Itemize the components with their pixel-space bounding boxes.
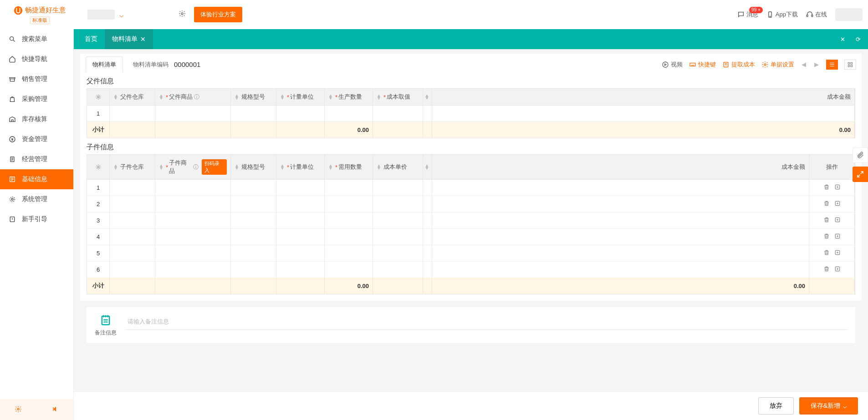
row-settings-header[interactable] xyxy=(87,89,110,105)
delete-row-icon[interactable] xyxy=(823,266,830,273)
th-parent-spec[interactable]: ▲▼规格型号 xyxy=(231,89,276,105)
th-child-goods[interactable]: ▲▼*子件商品ⓘ扫码录入 xyxy=(155,155,231,179)
toolbar-doc-settings[interactable]: 单据设置 xyxy=(761,61,794,69)
cell-child-price[interactable] xyxy=(373,262,423,278)
cell-child-warehouse[interactable] xyxy=(110,229,155,245)
cell-child-amount[interactable] xyxy=(432,262,809,278)
discard-button[interactable]: 放弃 xyxy=(758,397,794,415)
th-child-empty[interactable]: ▲▼ xyxy=(423,155,432,179)
view-list-button[interactable] xyxy=(826,60,838,70)
th-parent-empty[interactable]: ▲▼ xyxy=(423,89,432,105)
th-child-spec[interactable]: ▲▼规格型号 xyxy=(231,155,276,179)
footer-collapse-icon[interactable] xyxy=(51,405,59,414)
cell-child-qty[interactable] xyxy=(325,245,373,261)
cell-parent-goods[interactable] xyxy=(155,106,231,121)
cell-child-amount[interactable] xyxy=(432,180,809,196)
trial-button[interactable]: 体验行业方案 xyxy=(194,7,242,22)
cell-child-goods[interactable] xyxy=(155,213,231,228)
org-settings-icon[interactable] xyxy=(179,10,186,19)
cell-child-amount[interactable] xyxy=(432,245,809,261)
cell-child-unit[interactable] xyxy=(276,213,325,228)
delete-row-icon[interactable] xyxy=(823,233,830,241)
user-avatar[interactable] xyxy=(835,8,863,21)
org-selector[interactable]: ⌵ xyxy=(87,10,179,20)
add-row-icon[interactable] xyxy=(834,200,841,208)
sidebar-item-guide[interactable]: 新手引导 xyxy=(0,209,73,229)
view-grid-button[interactable] xyxy=(844,60,856,70)
add-row-icon[interactable] xyxy=(834,184,841,192)
cell-child-spec[interactable] xyxy=(231,245,276,261)
scan-badge[interactable]: 扫码录入 xyxy=(202,159,227,175)
add-row-icon[interactable] xyxy=(834,217,841,224)
cell-child-warehouse[interactable] xyxy=(110,213,155,228)
tabbar-close-all-icon[interactable]: ✕ xyxy=(836,33,849,46)
sidebar-item-system[interactable]: 系统管理 xyxy=(0,189,73,209)
th-child-warehouse[interactable]: ▲▼子件仓库 xyxy=(110,155,155,179)
child-row[interactable]: 1 xyxy=(87,180,855,196)
delete-row-icon[interactable] xyxy=(823,249,830,257)
toolbar-video[interactable]: 视频 xyxy=(662,61,683,69)
th-child-price[interactable]: ▲▼成本单价 xyxy=(373,155,423,179)
add-row-icon[interactable] xyxy=(834,249,841,257)
child-row[interactable]: 6 xyxy=(87,262,855,278)
help-icon[interactable]: ⓘ xyxy=(194,93,199,101)
sidebar-item-purchase[interactable]: 采购管理 xyxy=(0,89,73,109)
cell-child-qty[interactable] xyxy=(325,229,373,245)
cell-child-goods[interactable] xyxy=(155,245,231,261)
cell-parent-qty[interactable] xyxy=(325,106,373,121)
cell-child-unit[interactable] xyxy=(276,262,325,278)
cell-child-warehouse[interactable] xyxy=(110,245,155,261)
cell-parent-warehouse[interactable] xyxy=(110,106,155,121)
cell-child-goods[interactable] xyxy=(155,180,231,196)
cell-child-warehouse[interactable] xyxy=(110,262,155,278)
child-row[interactable]: 4 xyxy=(87,229,855,245)
sidebar-item-inventory[interactable]: 库存核算 xyxy=(0,109,73,129)
close-icon[interactable]: ✕ xyxy=(140,35,146,43)
add-row-icon[interactable] xyxy=(834,266,841,273)
cell-child-spec[interactable] xyxy=(231,229,276,245)
cell-parent-cost[interactable] xyxy=(373,106,423,121)
sidebar-item-quicknav[interactable]: 快捷导航 xyxy=(0,49,73,69)
cell-child-unit[interactable] xyxy=(276,229,325,245)
cell-child-amount[interactable] xyxy=(432,213,809,228)
cell-child-unit[interactable] xyxy=(276,180,325,196)
cell-child-price[interactable] xyxy=(373,196,423,212)
cell-child-qty[interactable] xyxy=(325,180,373,196)
cell-child-unit[interactable] xyxy=(276,196,325,212)
float-expand-icon[interactable] xyxy=(853,167,868,182)
cell-child-price[interactable] xyxy=(373,213,423,228)
cell-parent-spec[interactable] xyxy=(231,106,276,121)
cell-child-qty[interactable] xyxy=(325,196,373,212)
th-child-unit[interactable]: ▲▼*计量单位 xyxy=(276,155,325,179)
cell-child-price[interactable] xyxy=(373,245,423,261)
cell-child-goods[interactable] xyxy=(155,262,231,278)
float-attach-icon[interactable] xyxy=(853,147,868,163)
cell-child-qty[interactable] xyxy=(325,262,373,278)
save-new-button[interactable]: 保存&新增 ⌵ xyxy=(799,397,858,415)
toolbar-shortcut[interactable]: 快捷键 xyxy=(689,61,716,69)
cell-child-price[interactable] xyxy=(373,180,423,196)
help-icon[interactable]: ⓘ xyxy=(193,163,199,171)
th-parent-unit[interactable]: ▲▼*计量单位 xyxy=(276,89,325,105)
delete-row-icon[interactable] xyxy=(823,184,830,192)
cell-child-qty[interactable] xyxy=(325,213,373,228)
tab-bom[interactable]: 物料清单 ✕ xyxy=(105,29,153,49)
toolbar-extract-cost[interactable]: 提取成本 xyxy=(722,61,755,69)
th-parent-warehouse[interactable]: ▲▼父件仓库 xyxy=(110,89,155,105)
cell-child-warehouse[interactable] xyxy=(110,196,155,212)
mini-tab-bom[interactable]: 物料清单 xyxy=(86,56,123,72)
cell-child-spec[interactable] xyxy=(231,180,276,196)
tabbar-refresh-icon[interactable]: ⟳ xyxy=(852,33,864,46)
cell-child-spec[interactable] xyxy=(231,213,276,228)
download-link[interactable]: App下载 xyxy=(766,10,798,19)
cell-parent-amount[interactable] xyxy=(432,106,855,121)
cell-child-amount[interactable] xyxy=(432,229,809,245)
delete-row-icon[interactable] xyxy=(823,217,830,224)
cell-child-goods[interactable] xyxy=(155,196,231,212)
online-link[interactable]: 在线 xyxy=(806,10,827,19)
child-row[interactable]: 5 xyxy=(87,245,855,262)
messages-link[interactable]: 消息 99 + xyxy=(737,10,758,19)
tab-home[interactable]: 首页 xyxy=(77,29,105,49)
sidebar-item-search[interactable]: 搜索菜单 xyxy=(0,29,73,49)
nav-next-icon[interactable]: ▶ xyxy=(813,61,820,68)
